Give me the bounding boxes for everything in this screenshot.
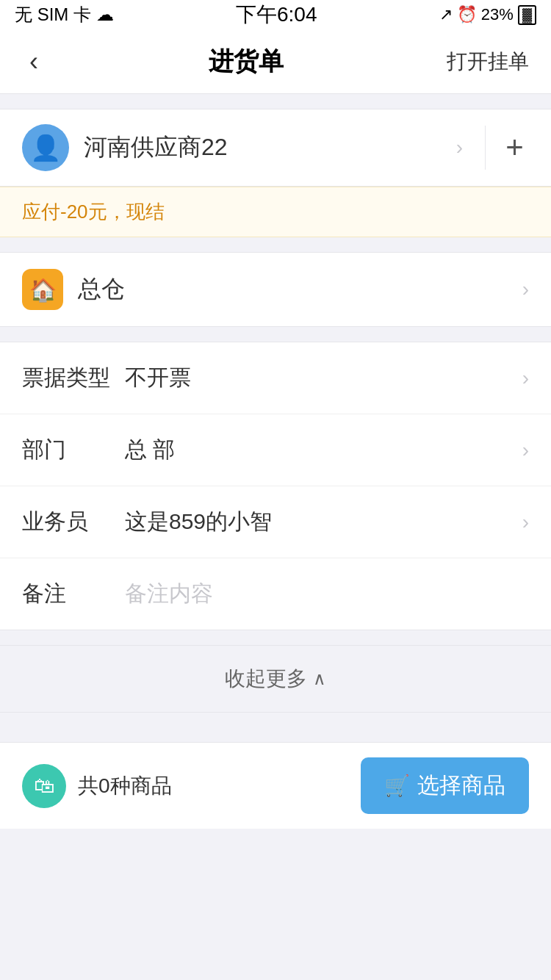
nav-bar: ‹ 进货单 打开挂单	[0, 29, 551, 94]
battery-label: 23%	[481, 5, 514, 24]
gap-3	[0, 327, 551, 342]
open-pending-button[interactable]: 打开挂单	[447, 48, 529, 76]
gap-5	[0, 713, 551, 727]
warehouse-chevron-icon: ›	[522, 278, 529, 301]
notice-row: 应付-20元，现结	[0, 187, 551, 237]
battery-icon: ▓	[518, 5, 536, 25]
status-right: ↗ ⏰ 23% ▓	[439, 5, 536, 25]
remark-label: 备注	[22, 579, 110, 609]
invoice-type-row[interactable]: 票据类型 不开票 ›	[0, 342, 551, 414]
invoice-type-chevron-icon: ›	[522, 367, 529, 390]
location-icon: ↗	[439, 5, 453, 24]
warehouse-name: 总仓	[78, 273, 522, 306]
goods-icon-wrap: 🛍	[22, 764, 66, 808]
warehouse-row[interactable]: 🏠 总仓 ›	[0, 253, 551, 326]
department-row[interactable]: 部门 总 部 ›	[0, 414, 551, 486]
warehouse-icon: 🏠	[29, 277, 57, 303]
goods-count-text: 共0种商品	[78, 772, 172, 800]
remark-placeholder: 备注内容	[110, 579, 529, 609]
supplier-section: 👤 河南供应商22 › +	[0, 109, 551, 187]
collapse-text: 收起更多	[225, 665, 307, 693]
alarm-icon: ⏰	[457, 5, 477, 24]
notice-text: 应付-20元，现结	[22, 201, 165, 223]
page-background	[0, 829, 551, 980]
avatar-icon: 👤	[30, 133, 61, 162]
salesperson-value: 这是859的小智	[110, 507, 515, 537]
status-bar: 无 SIM 卡 ☁ 下午6:04 ↗ ⏰ 23% ▓	[0, 0, 551, 29]
collapse-arrow-icon: ∧	[313, 669, 326, 689]
form-section: 票据类型 不开票 › 部门 总 部 › 业务员 这是859的小智 › 备注 备注…	[0, 342, 551, 630]
goods-count-area: 🛍 共0种商品	[22, 764, 172, 808]
status-time: 下午6:04	[236, 1, 317, 29]
salesperson-label: 业务员	[22, 507, 110, 537]
supplier-row[interactable]: 👤 河南供应商22 › +	[0, 109, 551, 186]
department-label: 部门	[22, 435, 110, 465]
collapse-row[interactable]: 收起更多 ∧	[0, 645, 551, 713]
select-goods-icon: 🛒	[384, 774, 410, 798]
salesperson-row[interactable]: 业务员 这是859的小智 ›	[0, 486, 551, 558]
gap-1	[0, 94, 551, 109]
select-goods-button[interactable]: 🛒 选择商品	[361, 757, 529, 814]
supplier-name: 河南供应商22	[84, 131, 456, 164]
add-supplier-button[interactable]: +	[485, 126, 529, 170]
invoice-type-value: 不开票	[110, 363, 515, 393]
warehouse-section: 🏠 总仓 ›	[0, 252, 551, 327]
status-left: 无 SIM 卡 ☁	[15, 3, 114, 26]
warehouse-icon-wrap: 🏠	[22, 269, 63, 310]
supplier-avatar: 👤	[22, 124, 69, 171]
sim-label: 无 SIM 卡 ☁	[15, 3, 114, 26]
back-button[interactable]: ‹	[22, 39, 46, 84]
department-chevron-icon: ›	[522, 439, 529, 462]
goods-bag-icon: 🛍	[34, 774, 54, 798]
supplier-chevron-icon: ›	[456, 136, 463, 159]
page-title: 进货单	[209, 45, 284, 79]
bottom-bar: 🛍 共0种商品 🛒 选择商品	[0, 742, 551, 829]
invoice-type-label: 票据类型	[22, 363, 110, 393]
select-goods-label: 选择商品	[417, 771, 505, 801]
remark-row[interactable]: 备注 备注内容	[0, 558, 551, 630]
gap-2	[0, 237, 551, 252]
gap-4	[0, 630, 551, 645]
department-value: 总 部	[110, 435, 515, 465]
salesperson-chevron-icon: ›	[522, 511, 529, 534]
